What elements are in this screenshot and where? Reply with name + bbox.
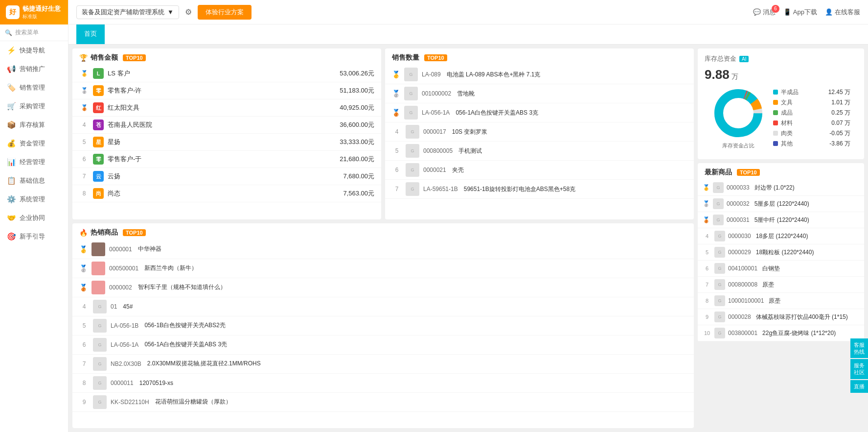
fire-icon: 🔥 [79, 229, 88, 237]
hot-products-title: 热销商品 [91, 228, 118, 237]
sidebar-item-basicinfo[interactable]: 📋 基础信息 [0, 171, 68, 190]
settings-icon[interactable]: ⚙ [185, 7, 192, 17]
legend-item: 其他 -3.86 万 [773, 140, 850, 148]
message-badge: 6 [772, 5, 779, 13]
sidebar-item-label: 系统管理 [20, 195, 45, 204]
product-img: G [404, 87, 418, 100]
sidebar-item-sales[interactable]: 🏷️ 销售管理 [0, 78, 68, 97]
page-tabs: 首页 [69, 24, 868, 45]
direct-button[interactable]: 直播 [850, 380, 868, 393]
sidebar-item-purchase[interactable]: 🛒 采购管理 [0, 97, 68, 116]
product-name: 12070519-xs [139, 380, 687, 386]
rank-name: 零售客户-于 [108, 155, 336, 164]
system-name: 装备及固定资产辅助管理系统 [82, 8, 164, 17]
product-code: 0000033 [727, 184, 750, 191]
content-right: 库存总资金 AI 9.88 万 [698, 48, 864, 428]
product-name: 056-1A白色按键开关盖ABS 3壳 [144, 340, 687, 349]
finance-icon: 💰 [7, 139, 16, 148]
rank-medal: 🥉 [703, 216, 710, 223]
product-name: 体械荔枝味苏打饮品400毫升 (1*15) [756, 313, 848, 321]
product-name: 电池盖 LA-089 ABS本色+黑种 7.1克 [447, 71, 687, 79]
inventory-title-text: 库存总资金 [705, 54, 736, 63]
sidebar-item-inventory[interactable]: 📦 库存核算 [0, 116, 68, 134]
rank-number: 7 [703, 282, 711, 288]
tab-home-label: 首页 [84, 30, 97, 37]
product-name: 056-1B白色按键开关壳ABS2壳 [144, 321, 687, 330]
customer-service-button[interactable]: 客服热线 [850, 338, 868, 359]
new-product-row: 6 G 004100001 白钢垫 [698, 261, 864, 277]
product-img: G [714, 231, 725, 241]
product-name: 59651-1B旋转投影灯电池盒ABS黑色+58克 [464, 185, 687, 193]
sidebar-item-shortcut[interactable]: ⚡ 快捷导航 [0, 41, 68, 60]
product-code: LA-59651-1B [423, 186, 458, 192]
sidebar-nav: ⚡ 快捷导航 📢 营销推广 🏷️ 销售管理 🛒 采购管理 📦 库存核算 💰 资金… [0, 41, 68, 432]
online-service-button[interactable]: 👤 在线客服 [825, 8, 860, 17]
sidebar-item-label: 快捷导航 [20, 46, 45, 55]
system-icon: ⚙️ [7, 195, 16, 204]
sales-ranking-row: 4 苍 苍南县人民医院 36,600.00元 [72, 117, 381, 134]
rank-medal: 🥈 [79, 264, 88, 272]
sidebar-item-label: 新手引导 [20, 232, 45, 241]
product-code: 0000001 [109, 246, 132, 253]
tab-home[interactable]: 首页 [76, 24, 105, 44]
product-name: 夹壳 [452, 166, 687, 174]
top-sold-badge: TOP10 [424, 54, 447, 61]
system-selector[interactable]: 装备及固定资产辅助管理系统 ▼ [76, 5, 179, 19]
rank-number: 6 [392, 167, 402, 173]
rank-name: 红太阳文具 [108, 103, 336, 112]
purchase-icon: 🛒 [7, 102, 16, 111]
sidebar-item-guide[interactable]: 🎯 新手引导 [0, 227, 68, 246]
sidebar-item-system[interactable]: ⚙️ 系统管理 [0, 190, 68, 209]
legend-dot [773, 110, 778, 115]
sidebar-item-cooperation[interactable]: 🤝 企业协同 [0, 209, 68, 227]
product-name: 18颗粒板 (1220*2440) [756, 248, 814, 257]
sidebar-item-label: 企业协同 [20, 214, 45, 222]
product-name: 056-1A白色按键开关盖ABS 3克 [456, 109, 687, 117]
direct-label: 直播 [852, 383, 866, 390]
chevron-down-icon: ▼ [167, 8, 174, 16]
sidebar-item-finance[interactable]: 💰 资金管理 [0, 134, 68, 153]
rank-number: 7 [392, 186, 402, 192]
app-download-button[interactable]: 📱 App下载 [783, 8, 817, 17]
product-img: G [93, 376, 107, 390]
product-name: 封边带 (1.0*22) [754, 184, 795, 192]
sales-ranking-row: 🥉 红 红太阳文具 40,925.00元 [72, 99, 381, 117]
product-img: G [404, 68, 418, 81]
inventory-ai-badge: AI [739, 56, 749, 62]
legend-name: 成品 [781, 109, 828, 117]
sales-ranking-badge: TOP10 [123, 54, 146, 61]
product-code: 10000100001 [728, 297, 764, 304]
sales-ranking-rows: 🥇 L LS 客户 53,006.26元 🥈 零 零售客户-许 51,183.0… [72, 65, 381, 202]
product-code: LA-089 [422, 71, 441, 78]
new-product-row: 5 G 0000029 18颗粒板 (1220*2440) [698, 244, 864, 261]
hot-products-header: 🔥 热销商品 TOP10 [72, 223, 694, 240]
product-code: 001000002 [422, 90, 451, 97]
top-sold-card: 销售数量 TOP10 🥇 G LA-089 电池盖 LA-089 ABS本色+黑… [385, 48, 694, 219]
customer-service-label: 客服热线 [852, 341, 866, 356]
messages-button[interactable]: 💬 消息 6 [753, 8, 776, 17]
search-menu-item[interactable]: 🔍 搜索菜单 [0, 24, 68, 41]
rank-name: 星扬 [108, 138, 336, 146]
legend-dot [773, 131, 778, 136]
product-img: G [714, 312, 725, 322]
rank-amount: 7,680.00元 [343, 172, 374, 181]
legend-dot [773, 90, 778, 95]
legend-dot [773, 100, 778, 105]
donut-chart [711, 86, 765, 140]
trial-button[interactable]: 体验行业方案 [198, 5, 251, 20]
product-img: G [714, 328, 725, 338]
shortcut-icon: ⚡ [7, 46, 16, 55]
sidebar-header: 好 畅捷通好生意 标准版 [0, 0, 68, 24]
rank-number: 9 [79, 399, 89, 406]
img-placeholder: G [411, 168, 414, 172]
basicinfo-icon: 📋 [7, 176, 16, 185]
rank-medal: 🥈 [79, 87, 89, 94]
sidebar-item-marketing[interactable]: 📢 营销推广 [0, 60, 68, 78]
rank-number: 8 [79, 190, 89, 197]
top-sold-row: 6 G 0000021 夹壳 [385, 161, 694, 180]
service-community-button[interactable]: 服务社区 [850, 359, 868, 379]
legend-name: 肉类 [781, 129, 826, 138]
rank-number: 8 [703, 298, 711, 304]
product-code: 0000030 [728, 233, 751, 240]
sidebar-item-operations[interactable]: 📊 经营管理 [0, 153, 68, 171]
